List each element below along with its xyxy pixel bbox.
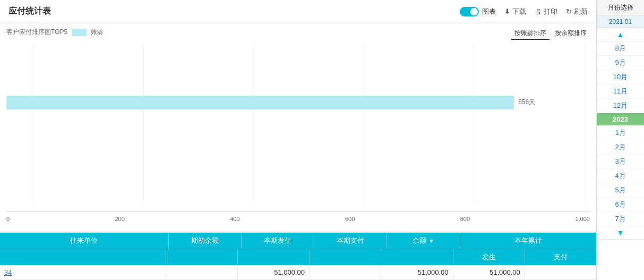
sidebar-month-2[interactable]: 2月: [597, 140, 644, 155]
sidebar-month-3[interactable]: 3月: [597, 155, 644, 169]
bar-row: 34 856天: [6, 96, 590, 109]
td-year-pay: [525, 265, 596, 279]
page-title: 应付统计表: [8, 6, 51, 17]
sidebar-date[interactable]: 2021.01: [597, 16, 644, 28]
x-axis-line: [6, 211, 590, 211]
th-year-total: 本年累计: [460, 233, 596, 249]
th-year-occur: 发生: [453, 249, 525, 265]
x-tick-200: 200: [115, 216, 125, 222]
chart-legend: 客户应付排序图TOP5 账龄: [6, 28, 590, 37]
x-tick-400: 400: [230, 216, 239, 222]
x-tick-0: 0: [6, 216, 10, 222]
table-row: 34 51,000.00 51,000.00 51,000.00: [0, 265, 596, 280]
sidebar-month-11[interactable]: 11月: [597, 84, 644, 99]
th-unit-sub: [0, 249, 166, 265]
toggle-thumb: [470, 8, 478, 15]
toggle-label: 图表: [482, 7, 496, 16]
sidebar-month-7[interactable]: 7月: [597, 212, 644, 226]
x-tick-1000: 1,000: [575, 216, 590, 222]
th-period-balance: 期初余额: [169, 233, 242, 249]
sidebar-month-9[interactable]: 9月: [597, 56, 644, 70]
filter-icon[interactable]: ▼: [428, 238, 434, 244]
sidebar-month-5[interactable]: 5月: [597, 183, 644, 198]
table-header-row: 往来单位 期初余额 本期发生 本期支付 余额 ▼ 本年累计: [0, 233, 596, 249]
download-label: 下载: [512, 7, 526, 16]
sort-by-balance-button[interactable]: 按余额排序: [552, 28, 590, 40]
main-content: 应付统计表 图表 ⬇ 下载 🖨 打印 ↻ 刷新 客户应: [0, 0, 596, 280]
th-year-pay: 支付: [525, 249, 596, 265]
refresh-label: 刷新: [574, 7, 588, 16]
refresh-icon: ↻: [566, 7, 572, 15]
sort-by-amount-button[interactable]: 按账龄排序: [511, 28, 549, 40]
sidebar-up-button[interactable]: ▲: [597, 28, 644, 41]
bar-fill: [6, 96, 514, 109]
x-axis-ticks: 0 200 400 600 800 1,000: [6, 216, 590, 222]
sidebar-header: 月份选择: [597, 0, 644, 16]
td-unit: 34: [0, 265, 166, 279]
sidebar-month-6[interactable]: 6月: [597, 198, 644, 212]
unit-link[interactable]: 34: [4, 268, 12, 276]
sidebar-month-4[interactable]: 4月: [597, 169, 644, 183]
td-period-balance: [166, 265, 238, 279]
bar-end-label: 856天: [518, 98, 535, 107]
th-pay-sub: [310, 249, 381, 265]
chart-container: 34 856天 0 200 400 600 800 1,000: [6, 39, 590, 227]
sidebar-down-button[interactable]: ▼: [597, 226, 644, 240]
th-balance-sub: [381, 249, 453, 265]
header: 应付统计表 图表 ⬇ 下载 🖨 打印 ↻ 刷新: [0, 0, 596, 23]
sidebar-month-1[interactable]: 1月: [597, 126, 644, 140]
chart-toggle[interactable]: 图表: [460, 7, 496, 16]
th-current-occur: 本期发生: [242, 233, 314, 249]
td-balance: 51,000.00: [381, 265, 453, 279]
sidebar-month-12[interactable]: 12月: [597, 99, 644, 113]
td-current-pay: [310, 265, 381, 279]
legend-label: 账龄: [91, 28, 104, 37]
x-gridlines: [33, 44, 585, 203]
download-button[interactable]: ⬇ 下载: [504, 7, 526, 16]
toggle-track[interactable]: [460, 7, 479, 16]
print-label: 打印: [544, 7, 557, 16]
print-button[interactable]: 🖨 打印: [535, 7, 557, 16]
th-unit: 往来单位: [0, 233, 169, 249]
table-sub-header: 发生 支付: [0, 249, 596, 265]
refresh-button[interactable]: ↻ 刷新: [566, 7, 588, 16]
th-balance: 余额 ▼: [387, 233, 460, 249]
legend-title: 客户应付排序图TOP5: [6, 28, 67, 37]
sort-buttons: 按账龄排序 按余额排序: [511, 28, 590, 40]
sidebar-month-8[interactable]: 8月: [597, 41, 644, 56]
sidebar-year-2023[interactable]: 2023: [597, 113, 644, 126]
x-tick-600: 600: [345, 216, 355, 222]
td-year-occur: 51,000.00: [453, 265, 525, 279]
th-period-sub: [166, 249, 238, 265]
sidebar-month-10[interactable]: 10月: [597, 70, 644, 84]
header-actions: 图表 ⬇ 下载 🖨 打印 ↻ 刷新: [460, 7, 588, 16]
print-icon: 🖨: [535, 7, 542, 15]
sidebar-month-list: 8月 9月 10月 11月 12月 2023 1月 2月 3月 4月 5月 6月…: [597, 41, 644, 226]
chart-section: 客户应付排序图TOP5 账龄 按账龄排序 按余额排序 34 856天: [0, 23, 596, 232]
x-tick-800: 800: [460, 216, 470, 222]
sidebar: 月份选择 2021.01 ▲ 8月 9月 10月 11月 12月 2023 1月…: [596, 0, 644, 280]
table-section: 往来单位 期初余额 本期发生 本期支付 余额 ▼ 本年累计 发生 支付 34: [0, 232, 596, 280]
legend-box: [72, 29, 87, 36]
download-icon: ⬇: [504, 7, 510, 15]
th-current-pay: 本期支付: [314, 233, 387, 249]
th-occur-sub: [238, 249, 310, 265]
td-current-occur: 51,000.00: [238, 265, 310, 279]
